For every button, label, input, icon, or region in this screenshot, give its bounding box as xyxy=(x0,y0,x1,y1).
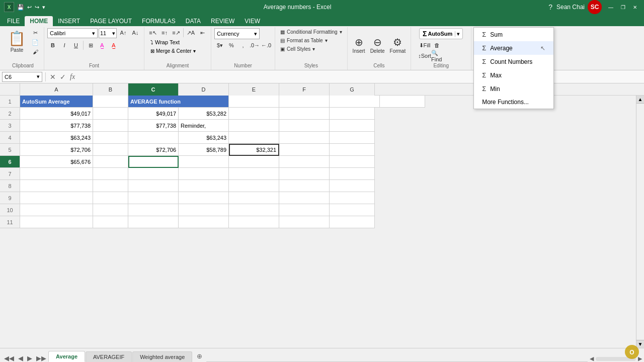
row-num-6[interactable]: 6 xyxy=(0,156,20,168)
cell-d2[interactable]: $53,282 xyxy=(179,108,229,120)
cell-a10[interactable] xyxy=(20,204,93,216)
cell-f1[interactable] xyxy=(330,96,380,108)
average-menu-item[interactable]: Σ Average ↖ xyxy=(474,41,553,55)
cell-b11[interactable] xyxy=(93,216,128,228)
cell-d7[interactable] xyxy=(179,168,229,180)
close-btn[interactable]: ✕ xyxy=(630,3,640,11)
cell-g8[interactable] xyxy=(330,180,375,192)
add-sheet-btn[interactable]: ⊕ xyxy=(193,350,206,362)
align-top-right-btn[interactable]: ≡↗ xyxy=(171,28,182,37)
font-name-box[interactable]: Calibri▾ xyxy=(47,28,98,38)
insert-function-btn[interactable]: fx xyxy=(69,73,76,81)
help-icon[interactable]: ? xyxy=(548,3,552,11)
cell-g7[interactable] xyxy=(330,168,375,180)
row-num-1[interactable]: 1 xyxy=(0,96,20,108)
sheet-tab-weighted[interactable]: Weighted average xyxy=(132,351,192,362)
restore-btn[interactable]: ❐ xyxy=(618,3,628,11)
cell-d8[interactable] xyxy=(179,180,229,192)
cell-a11[interactable] xyxy=(20,216,93,228)
tab-data[interactable]: DATA xyxy=(181,16,206,26)
cell-e1[interactable] xyxy=(279,96,330,108)
cell-e7[interactable] xyxy=(229,168,279,180)
minimize-btn[interactable]: — xyxy=(606,3,616,11)
max-menu-item[interactable]: Σ Max xyxy=(474,68,553,82)
cell-a3[interactable]: $77,738 xyxy=(20,120,93,132)
count-numbers-menu-item[interactable]: Σ Count Numbers xyxy=(474,55,553,68)
tab-view[interactable]: VIEW xyxy=(239,16,265,26)
customize-icon[interactable]: ▾ xyxy=(41,4,46,11)
tab-review[interactable]: REVIEW xyxy=(206,16,239,26)
cell-e6[interactable] xyxy=(229,156,279,168)
cell-g6[interactable] xyxy=(330,156,375,168)
cell-g9[interactable] xyxy=(330,192,375,204)
indent-btn[interactable]: ⇤ xyxy=(197,28,208,37)
cell-f9[interactable] xyxy=(279,192,330,204)
autosum-btn[interactable]: Σ AutoSum ▾ xyxy=(419,28,463,39)
italic-btn[interactable]: I xyxy=(59,41,70,50)
row-num-3[interactable]: 3 xyxy=(0,120,20,132)
redo-icon[interactable]: ↪ xyxy=(34,4,40,11)
cell-d1[interactable] xyxy=(229,96,279,108)
format-painter-btn[interactable]: 🖌 xyxy=(30,47,41,56)
cell-c5[interactable]: $72,706 xyxy=(128,144,179,156)
cell-c4[interactable] xyxy=(128,132,179,144)
cell-g1[interactable] xyxy=(380,96,425,108)
cell-d4[interactable]: $63,243 xyxy=(179,132,229,144)
scroll-left-btn[interactable]: ◀ xyxy=(590,355,594,362)
cell-e9[interactable] xyxy=(229,192,279,204)
clear-btn[interactable]: 🗑 xyxy=(431,41,442,50)
insert-btn[interactable]: ⊕ Insert xyxy=(351,35,367,55)
cell-c9[interactable] xyxy=(128,192,179,204)
col-header-e[interactable]: E xyxy=(229,83,279,96)
row-num-10[interactable]: 10 xyxy=(0,204,20,216)
cell-a4[interactable]: $63,243 xyxy=(20,132,93,144)
tab-home[interactable]: HOME xyxy=(25,16,53,26)
cell-b9[interactable] xyxy=(93,192,128,204)
cell-d9[interactable] xyxy=(179,192,229,204)
copy-btn[interactable]: 📄 xyxy=(30,38,41,47)
more-functions-menu-item[interactable]: More Functions... xyxy=(474,96,553,109)
cut-btn[interactable]: ✂ xyxy=(30,28,41,37)
increase-font-btn[interactable]: A↑ xyxy=(118,28,129,37)
cell-f3[interactable] xyxy=(279,120,330,132)
col-header-c[interactable]: C xyxy=(128,83,179,96)
vertical-scrollbar[interactable]: ▲ ▼ xyxy=(636,96,644,348)
col-header-b[interactable]: B xyxy=(93,83,128,96)
col-header-d[interactable]: D xyxy=(179,83,229,96)
cell-b2[interactable] xyxy=(93,108,128,120)
cell-a7[interactable] xyxy=(20,168,93,180)
cell-c1[interactable]: AVERAGE function xyxy=(128,96,229,108)
formula-cancel-btn[interactable]: ✕ xyxy=(49,73,57,81)
conditional-formatting-btn[interactable]: ▦ Conditional Formatting ▾ xyxy=(278,28,344,36)
sheet-nav-prev[interactable]: ◀ xyxy=(16,354,25,362)
cell-b6[interactable] xyxy=(93,156,128,168)
sheet-tab-average[interactable]: Average xyxy=(48,351,85,362)
cell-c8[interactable] xyxy=(128,180,179,192)
fill-color-btn[interactable]: A̲ xyxy=(97,41,108,50)
row-num-7[interactable]: 7 xyxy=(0,168,20,180)
cell-g10[interactable] xyxy=(330,204,375,216)
formula-input[interactable] xyxy=(78,72,642,82)
wrap-text-btn[interactable]: ⤵ Wrap Text xyxy=(147,38,183,46)
text-direction-btn[interactable]: ↗A xyxy=(185,28,196,37)
cell-c7[interactable] xyxy=(128,168,179,180)
cell-f8[interactable] xyxy=(279,180,330,192)
row-num-4[interactable]: 4 xyxy=(0,132,20,144)
fill-btn[interactable]: ⬇Fill xyxy=(419,41,430,50)
cell-e3[interactable] xyxy=(229,120,279,132)
sheet-nav-first[interactable]: ◀◀ xyxy=(2,354,16,362)
cell-c11[interactable] xyxy=(128,216,179,228)
row-num-2[interactable]: 2 xyxy=(0,108,20,120)
cell-a8[interactable] xyxy=(20,180,93,192)
find-select-btn[interactable]: 🔍Find xyxy=(431,51,442,60)
cell-a2[interactable]: $49,017 xyxy=(20,108,93,120)
min-menu-item[interactable]: Σ Min xyxy=(474,82,553,96)
col-header-g[interactable]: G xyxy=(330,83,375,96)
scroll-up-btn[interactable]: ▲ xyxy=(636,96,644,104)
cell-d11[interactable] xyxy=(179,216,229,228)
cell-f10[interactable] xyxy=(279,204,330,216)
cell-e10[interactable] xyxy=(229,204,279,216)
undo-icon[interactable]: ↩ xyxy=(26,4,33,11)
font-size-box[interactable]: 11▾ xyxy=(99,28,117,38)
cell-g2[interactable] xyxy=(330,108,375,120)
